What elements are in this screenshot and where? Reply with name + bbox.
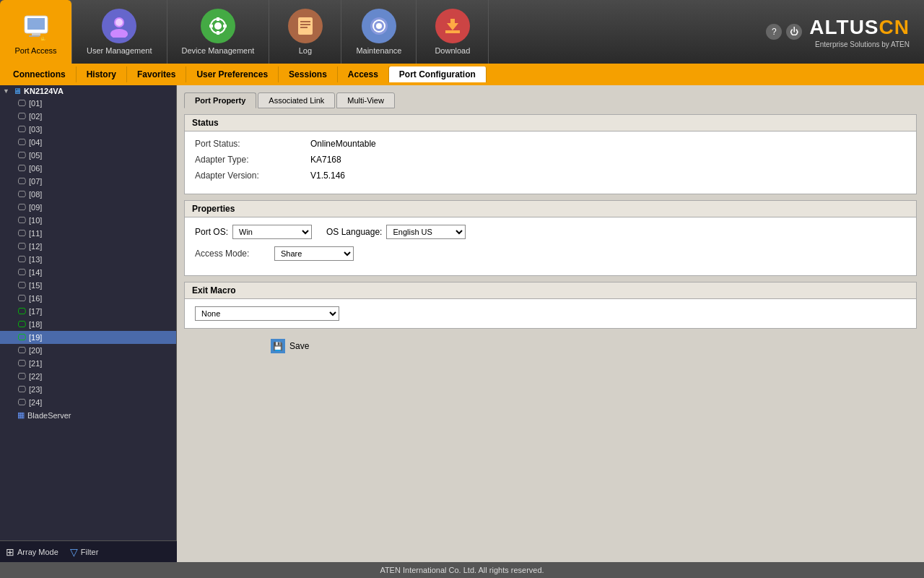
monitor-icon-06: 🖵 [17, 163, 26, 173]
tab-sessions[interactable]: Sessions [279, 66, 338, 82]
monitor-icon-12: 🖵 [17, 241, 26, 251]
svg-rect-12 [217, 31, 219, 35]
tree-port-22[interactable]: 🖵 [22] [0, 370, 176, 383]
access-mode-select[interactable]: Share Exclusive Occupy [274, 246, 354, 261]
adapter-version-label: Adapter Version: [195, 171, 310, 181]
tab-user-preferences[interactable]: User Preferences [186, 66, 279, 82]
tree-port-04[interactable]: 🖵 [04] [0, 136, 176, 149]
monitor-icon-08: 🖵 [17, 189, 26, 199]
nav-maintenance-label: Maintenance [356, 46, 401, 55]
adapter-type-row: Adapter Type: KA7168 [195, 155, 906, 165]
tree-port-08[interactable]: 🖵 [08] [0, 188, 176, 201]
tree-port-19[interactable]: 🖵 [19] [0, 331, 176, 344]
tree-port-12[interactable]: 🖵 [12] [0, 240, 176, 253]
tree-port-15[interactable]: 🖵 [15] [0, 279, 176, 292]
svg-rect-16 [300, 21, 310, 22]
tree-port-18[interactable]: 🖵 [18] [0, 318, 176, 331]
tab-favorites[interactable]: Favorites [127, 66, 186, 82]
svg-rect-13 [209, 25, 213, 27]
nav-download-label: Download [435, 46, 470, 55]
adapter-type-label: Adapter Type: [195, 155, 310, 165]
tab-connections[interactable]: Connections [3, 66, 77, 82]
nav-device-management[interactable]: Device Management [167, 0, 270, 64]
nav-device-management-label: Device Management [182, 46, 255, 55]
svg-point-21 [376, 23, 382, 29]
svg-rect-11 [217, 17, 219, 21]
tree-port-24[interactable]: 🖵 [24] [0, 396, 176, 409]
status-section: Status Port Status: OnlineMountable Adap… [184, 114, 917, 194]
tree-port-03[interactable]: 🖵 [03] [0, 123, 176, 136]
svg-rect-23 [450, 19, 455, 25]
nav-log[interactable]: Log [269, 0, 341, 64]
monitor-icon-18: 🖵 [17, 319, 26, 329]
log-icon [288, 9, 323, 43]
tree-port-07[interactable]: 🖵 [07] [0, 175, 176, 188]
os-language-label: OS Language: [326, 227, 382, 237]
nav-user-management[interactable]: User Management [72, 0, 167, 64]
nav-user-management-label: User Management [87, 46, 152, 55]
download-icon [435, 9, 470, 43]
exit-macro-select[interactable]: None [195, 306, 339, 321]
tree-port-02[interactable]: 🖵 [02] [0, 110, 176, 123]
access-mode-row: Access Mode: Share Exclusive Occupy [195, 246, 906, 261]
exit-macro-section-header: Exit Macro [185, 282, 916, 299]
nav-download[interactable]: Download [417, 0, 489, 64]
monitor-icon-11: 🖵 [17, 228, 26, 238]
port-config-tabs: Port Property Associated Link Multi-View [184, 92, 917, 108]
monitor-icon-22: 🖵 [17, 371, 26, 381]
monitor-icon-20: 🖵 [17, 345, 26, 355]
monitor-icon-24: 🖵 [17, 397, 26, 407]
nav-maintenance[interactable]: Maintenance [341, 0, 417, 64]
monitor-icon-21: 🖵 [17, 358, 26, 368]
monitor-icon-07: 🖵 [17, 176, 26, 186]
monitor-icon-10: 🖵 [17, 215, 26, 225]
monitor-icon-19: 🖵 [17, 332, 26, 342]
exit-macro-section-body: None [185, 299, 916, 328]
tree-port-10[interactable]: 🖵 [10] [0, 214, 176, 227]
tree-port-11[interactable]: 🖵 [11] [0, 227, 176, 240]
adapter-version-row: Adapter Version: V1.5.146 [195, 171, 906, 181]
help-icon[interactable]: ? [766, 24, 782, 40]
tree-port-21[interactable]: 🖵 [21] [0, 357, 176, 370]
nav-port-access[interactable]: ✋ Port Access [0, 0, 72, 64]
tab-port-configuration[interactable]: Port Configuration [389, 66, 487, 82]
monitor-icon-15: 🖵 [17, 280, 26, 290]
tree-port-01[interactable]: 🖵 [01] [0, 97, 176, 110]
power-icon[interactable]: ⏻ [786, 24, 802, 40]
tree-port-05[interactable]: 🖵 [05] [0, 149, 176, 162]
monitor-icon-03: 🖵 [17, 124, 26, 134]
tree-blade-server[interactable]: ▦ BladeServer [0, 409, 176, 421]
maintenance-icon [362, 9, 396, 43]
port-os-select[interactable]: Win Mac Sun Other [232, 225, 312, 239]
monitor-icon-04: 🖵 [17, 137, 26, 147]
access-mode-label: Access Mode: [195, 249, 274, 259]
tab-btn-multi-view[interactable]: Multi-View [336, 92, 395, 108]
tree-port-14[interactable]: 🖵 [14] [0, 266, 176, 279]
tree-port-09[interactable]: 🖵 [09] [0, 201, 176, 214]
tree-port-17[interactable]: 🖵 [17] [0, 305, 176, 318]
tree-port-16[interactable]: 🖵 [16] [0, 292, 176, 305]
tree-root[interactable]: ▼ 🖥 KN2124VA [0, 85, 176, 97]
os-language-select[interactable]: English US French German Japanese Spanis… [386, 225, 466, 239]
top-icons: ? ⏻ [766, 24, 802, 40]
monitor-icon-16: 🖵 [17, 293, 26, 303]
tab-history[interactable]: History [77, 66, 127, 82]
save-button[interactable]: 💾 Save [271, 339, 917, 353]
logo: ALTUSCN Enterprise Solutions by ATEN [809, 16, 910, 48]
tree-port-06[interactable]: 🖵 [06] [0, 162, 176, 175]
tree-port-23[interactable]: 🖵 [23] [0, 383, 176, 396]
tree-port-20[interactable]: 🖵 [20] [0, 344, 176, 357]
save-label: Save [289, 341, 309, 351]
nav-log-label: Log [299, 46, 312, 55]
tree-expand-icon[interactable]: ▼ [3, 87, 12, 95]
tree-root-label: KN2124VA [24, 87, 64, 95]
filter-button[interactable]: ▽ Filter [70, 546, 98, 558]
svg-point-7 [110, 29, 128, 38]
svg-rect-17 [300, 24, 310, 25]
array-mode-button[interactable]: ⊞ Array Mode [6, 546, 58, 558]
tab-btn-port-property[interactable]: Port Property [184, 92, 256, 108]
tab-access[interactable]: Access [338, 66, 389, 82]
svg-rect-18 [300, 27, 308, 28]
tree-port-13[interactable]: 🖵 [13] [0, 253, 176, 266]
tab-btn-associated-link[interactable]: Associated Link [258, 92, 335, 108]
